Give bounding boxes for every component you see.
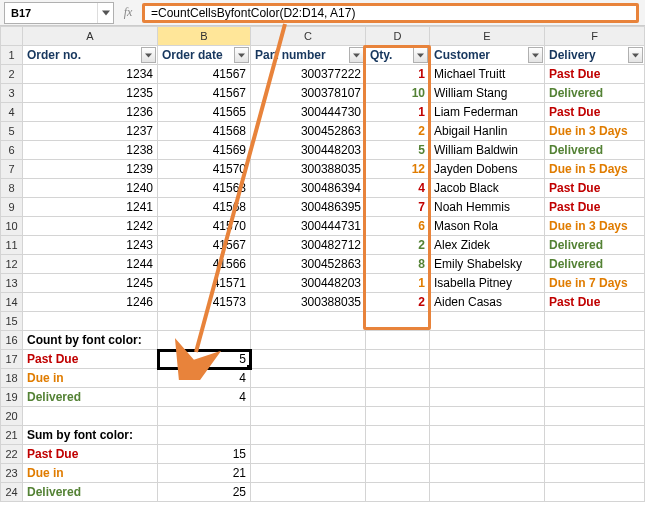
cell-order-date[interactable]: 41569 [158,141,251,160]
empty-cell[interactable] [545,369,645,388]
row-header[interactable]: 24 [1,483,23,502]
empty-cell[interactable] [430,426,545,445]
empty-cell[interactable] [158,407,251,426]
empty-cell[interactable] [251,350,366,369]
cell-order-no[interactable]: 1243 [23,236,158,255]
row-header[interactable]: 22 [1,445,23,464]
cell-delivery[interactable]: Delivered [545,84,645,103]
cell-qty[interactable]: 2 [366,236,430,255]
empty-cell[interactable] [430,369,545,388]
cell-order-date[interactable]: 41567 [158,65,251,84]
empty-cell[interactable] [430,331,545,350]
cell-delivery[interactable]: Past Due [545,198,645,217]
cell-qty[interactable]: 6 [366,217,430,236]
empty-cell[interactable] [366,388,430,407]
row-header[interactable]: 17 [1,350,23,369]
cell-order-no[interactable]: 1240 [23,179,158,198]
cell-qty[interactable]: 10 [366,84,430,103]
cell-order-date[interactable]: 41565 [158,103,251,122]
empty-cell[interactable] [366,407,430,426]
cell-order-no[interactable]: 1242 [23,217,158,236]
empty-cell[interactable] [366,312,430,331]
cell-part[interactable]: 300486394 [251,179,366,198]
empty-cell[interactable] [251,445,366,464]
cell-customer[interactable]: Liam Federman [430,103,545,122]
cell-order-no[interactable]: 1236 [23,103,158,122]
count-label[interactable]: Delivered [23,388,158,407]
cell-order-date[interactable]: 41567 [158,84,251,103]
cell-customer[interactable]: Alex Zidek [430,236,545,255]
cell-customer[interactable]: Michael Truitt [430,65,545,84]
spreadsheet-grid[interactable]: A B C D E F 1Order no.Order datePart num… [0,26,645,502]
hdr-part-number[interactable]: Part number [251,46,366,65]
col-header-B[interactable]: B [158,27,251,46]
empty-cell[interactable] [366,464,430,483]
empty-cell[interactable] [430,350,545,369]
row-header[interactable]: 2 [1,65,23,84]
empty-cell[interactable] [430,464,545,483]
cell-part[interactable]: 300452863 [251,122,366,141]
cell-order-date[interactable]: 41567 [158,236,251,255]
cell-part[interactable]: 300378107 [251,84,366,103]
sum-value[interactable]: 15 [158,445,251,464]
count-label[interactable]: Due in [23,369,158,388]
row-header[interactable]: 3 [1,84,23,103]
hdr-delivery[interactable]: Delivery [545,46,645,65]
sum-value[interactable]: 25 [158,483,251,502]
cell-delivery[interactable]: Past Due [545,103,645,122]
row-header[interactable]: 9 [1,198,23,217]
cell-delivery[interactable]: Due in 3 Days [545,217,645,236]
cell-order-date[interactable]: 41573 [158,293,251,312]
cell-part[interactable]: 300452863 [251,255,366,274]
cell-order-no[interactable]: 1241 [23,198,158,217]
cell-customer[interactable]: William Stang [430,84,545,103]
cell-qty[interactable]: 1 [366,103,430,122]
count-value[interactable]: 5 [158,350,251,369]
sum-label[interactable]: Due in [23,464,158,483]
empty-cell[interactable] [251,426,366,445]
col-header-F[interactable]: F [545,27,645,46]
cell-qty[interactable]: 1 [366,274,430,293]
empty-cell[interactable] [545,331,645,350]
empty-cell[interactable] [366,369,430,388]
cell-qty[interactable]: 5 [366,141,430,160]
cell-part[interactable]: 300444731 [251,217,366,236]
count-label[interactable]: Past Due [23,350,158,369]
cell-customer[interactable]: Jacob Black [430,179,545,198]
empty-cell[interactable] [366,350,430,369]
cell-order-no[interactable]: 1246 [23,293,158,312]
cell-qty[interactable]: 4 [366,179,430,198]
cell-order-no[interactable]: 1239 [23,160,158,179]
filter-dropdown-icon[interactable] [141,47,156,63]
cell-delivery[interactable]: Delivered [545,255,645,274]
sum-value[interactable]: 21 [158,464,251,483]
cell-delivery[interactable]: Past Due [545,179,645,198]
cell-qty[interactable]: 7 [366,198,430,217]
cell-delivery[interactable]: Due in 5 Days [545,160,645,179]
empty-cell[interactable] [251,464,366,483]
cell-delivery[interactable]: Delivered [545,236,645,255]
cell-order-no[interactable]: 1244 [23,255,158,274]
empty-cell[interactable] [158,312,251,331]
empty-cell[interactable] [251,312,366,331]
cell-order-date[interactable]: 41563 [158,179,251,198]
empty-cell[interactable] [545,407,645,426]
row-header[interactable]: 10 [1,217,23,236]
cell-order-no[interactable]: 1237 [23,122,158,141]
row-header[interactable]: 1 [1,46,23,65]
cell-qty[interactable]: 2 [366,122,430,141]
name-box[interactable]: B17 [4,2,114,24]
row-header[interactable]: 20 [1,407,23,426]
count-value[interactable]: 4 [158,369,251,388]
row-header[interactable]: 7 [1,160,23,179]
filter-dropdown-icon[interactable] [528,47,543,63]
cell-part[interactable]: 300448203 [251,141,366,160]
row-header[interactable]: 15 [1,312,23,331]
count-header-label[interactable]: Count by font color: [23,331,158,350]
cell-part[interactable]: 300388035 [251,160,366,179]
row-header[interactable]: 5 [1,122,23,141]
row-header[interactable]: 6 [1,141,23,160]
empty-cell[interactable] [545,388,645,407]
select-all-corner[interactable] [1,27,23,46]
empty-cell[interactable] [430,312,545,331]
